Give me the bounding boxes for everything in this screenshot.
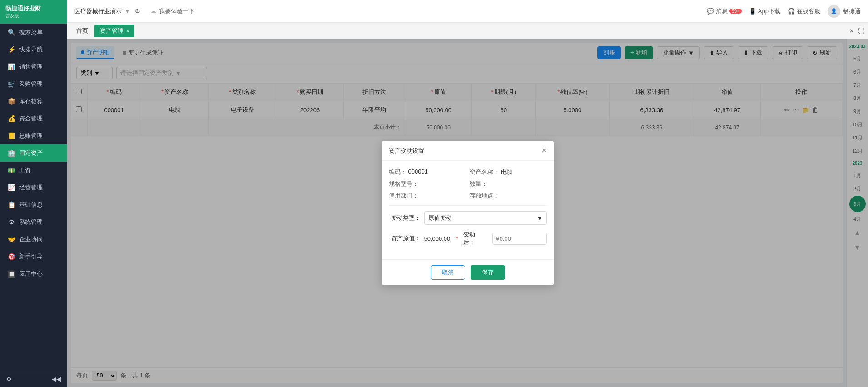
- window-close-btn[interactable]: ✕: [849, 27, 854, 35]
- company-dropdown-icon[interactable]: ▼: [124, 8, 130, 15]
- dialog-info-grid: 编码： 000001 资产名称： 电脑 规格型号： 数量：: [389, 168, 547, 206]
- sidebar-label-search: 搜索菜单: [19, 28, 43, 36]
- info-location: 存放地点：: [470, 192, 547, 200]
- sidebar-item-finance[interactable]: 💰 资金管理: [0, 110, 67, 127]
- basic-info-icon: 📋: [7, 201, 15, 208]
- purchase-icon: 🛒: [7, 80, 15, 88]
- sidebar-label-finance: 资金管理: [19, 114, 43, 123]
- settings-icon[interactable]: ⚙: [6, 376, 12, 382]
- content-area: 资产明细 变更生成凭证 刘账 + 新增 批量操作 ▼: [67, 39, 868, 387]
- app-edition: 普及版: [5, 13, 41, 19]
- after-value-input[interactable]: [492, 233, 547, 245]
- sidebar-item-payroll[interactable]: 💵 工资: [0, 162, 67, 179]
- save-button[interactable]: 保存: [471, 265, 505, 280]
- inventory-icon: 📦: [7, 98, 15, 105]
- app-download-btn[interactable]: 📱 App下载: [749, 7, 780, 15]
- dialog-title: 资产变动设置: [389, 147, 424, 155]
- dialog-body: 编码： 000001 资产名称： 电脑 规格型号： 数量：: [382, 161, 554, 259]
- app-center-icon: 🔲: [7, 270, 15, 278]
- dept-label: 使用部门：: [389, 192, 418, 200]
- sidebar-label-collab: 企业协同: [19, 235, 43, 243]
- sales-icon: 📊: [7, 63, 15, 70]
- sidebar-label-basic-info: 基础信息: [19, 201, 43, 209]
- sidebar-label-inventory: 库存核算: [19, 97, 43, 105]
- message-btn[interactable]: 💬 消息 99+: [707, 7, 742, 15]
- cloud-icon: ☁: [150, 8, 156, 15]
- name-label: 资产名称：: [470, 168, 499, 176]
- sidebar-item-collab[interactable]: 🤝 企业协同: [0, 231, 67, 248]
- experience-btn[interactable]: 我要体验一下: [159, 7, 194, 15]
- change-type-row: 变动类型： 原值变动 ▼: [389, 211, 547, 225]
- headset-icon: 🎧: [788, 8, 795, 15]
- sidebar: 畅捷通好业财 普及版 🔍 搜索菜单 ⚡ 快捷导航 📊 销售管理 🛒 采购管理 📦…: [0, 0, 67, 387]
- collapse-icon[interactable]: ◀◀: [52, 376, 61, 382]
- sidebar-item-app-center[interactable]: 🔲 应用中心: [0, 265, 67, 283]
- change-type-label: 变动类型：: [389, 214, 421, 222]
- username: 畅捷通: [843, 7, 861, 15]
- tab-home[interactable]: 首页: [71, 25, 94, 37]
- finance-icon: 💰: [7, 115, 15, 122]
- tab-close-icon[interactable]: ×: [126, 28, 129, 34]
- tab-asset-management[interactable]: 资产管理 ×: [94, 25, 134, 37]
- info-dept: 使用部门：: [389, 192, 466, 200]
- sidebar-label-system: 系统管理: [19, 218, 43, 226]
- sidebar-label-sales: 销售管理: [19, 63, 43, 71]
- window-maximize-btn[interactable]: ⛶: [858, 27, 864, 35]
- sidebar-item-fixed-assets[interactable]: 🏢 固定资产: [0, 144, 67, 162]
- sidebar-scroll: 🔍 搜索菜单 ⚡ 快捷导航 📊 销售管理 🛒 采购管理 📦 库存核算 💰 资金管…: [0, 24, 67, 371]
- topbar-left: 医疗器械行业演示 ▼ ⚙ ☁ 我要体验一下: [74, 7, 701, 15]
- sidebar-item-operations[interactable]: 📈 经营管理: [0, 179, 67, 196]
- online-service-label: 在线客服: [797, 7, 820, 15]
- sidebar-item-quicknav[interactable]: ⚡ 快捷导航: [0, 41, 67, 58]
- sidebar-label-operations: 经营管理: [19, 184, 43, 192]
- sidebar-footer: ⚙ ◀◀: [0, 371, 67, 387]
- original-value-row: 资产原值： 50,000.00 * 变动后：: [389, 230, 547, 247]
- sidebar-label-quicknav: 快捷导航: [19, 45, 43, 54]
- operations-icon: 📈: [7, 184, 15, 191]
- window-btns: ✕ ⛶: [849, 27, 864, 35]
- info-code: 编码： 000001: [389, 168, 466, 176]
- sidebar-item-system[interactable]: ⚙ 系统管理: [0, 213, 67, 231]
- cancel-button[interactable]: 取消: [431, 265, 465, 280]
- company-name: 医疗器械行业演示: [74, 7, 122, 15]
- guide-icon: 🎯: [7, 253, 15, 260]
- topbar: 医疗器械行业演示 ▼ ⚙ ☁ 我要体验一下 💬 消息 99+ 📱 App下载 🎧…: [67, 0, 868, 23]
- model-label: 规格型号：: [389, 180, 418, 188]
- message-badge: 99+: [729, 9, 742, 14]
- code-label: 编码：: [389, 168, 407, 176]
- sidebar-item-inventory[interactable]: 📦 库存核算: [0, 93, 67, 110]
- sidebar-item-search[interactable]: 🔍 搜索菜单: [0, 24, 67, 41]
- info-name: 资产名称： 电脑: [470, 168, 547, 176]
- sidebar-header: 畅捷通好业财 普及版: [0, 0, 67, 24]
- online-service-btn[interactable]: 🎧 在线客服: [788, 7, 820, 15]
- asset-change-dialog: 资产变动设置 ✕ 编码： 000001 资产名称： 电脑: [382, 141, 554, 285]
- phone-icon: 📱: [749, 8, 756, 15]
- settings-gear-icon[interactable]: ⚙: [135, 8, 140, 15]
- dialog-overlay: 资产变动设置 ✕ 编码： 000001 资产名称： 电脑: [67, 39, 868, 387]
- sidebar-item-sales[interactable]: 📊 销售管理: [0, 58, 67, 75]
- sidebar-item-purchase[interactable]: 🛒 采购管理: [0, 75, 67, 93]
- app-download-label: App下载: [758, 7, 780, 15]
- tab-asset-label: 资产管理: [100, 27, 124, 35]
- message-label: 消息: [716, 7, 728, 15]
- ledger-icon: 📒: [7, 132, 15, 139]
- sidebar-item-basic-info[interactable]: 📋 基础信息: [0, 196, 67, 213]
- sidebar-label-ledger: 总账管理: [19, 132, 43, 140]
- dialog-footer: 取消 保存: [382, 259, 554, 285]
- tab-home-label: 首页: [76, 27, 88, 35]
- sidebar-item-guide[interactable]: 🎯 新手引导: [0, 248, 67, 265]
- user-info[interactable]: 👤 畅捷通: [828, 5, 861, 18]
- sidebar-label-fixed-assets: 固定资产: [19, 149, 43, 157]
- sidebar-item-ledger[interactable]: 📒 总账管理: [0, 127, 67, 144]
- avatar: 👤: [828, 5, 840, 18]
- info-model: 规格型号：: [389, 180, 466, 188]
- original-value-label: 资产原值：: [389, 234, 421, 243]
- dialog-close-btn[interactable]: ✕: [541, 146, 547, 155]
- payroll-icon: 💵: [7, 167, 15, 174]
- sidebar-label-guide: 新手引导: [19, 253, 43, 261]
- change-type-select[interactable]: 原值变动 ▼: [424, 211, 547, 225]
- after-label: 变动后：: [463, 230, 486, 247]
- quicknav-icon: ⚡: [7, 46, 15, 53]
- change-type-value: 原值变动: [428, 214, 452, 222]
- info-quantity: 数量：: [470, 180, 547, 188]
